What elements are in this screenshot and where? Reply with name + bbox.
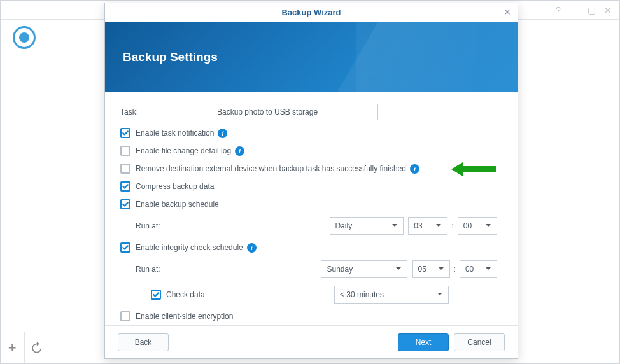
info-icon[interactable]: i bbox=[410, 164, 419, 174]
schedule-row: Enable backup schedule bbox=[120, 199, 497, 209]
bg-help-icon[interactable]: ? bbox=[552, 4, 565, 17]
hour-value: 03 bbox=[414, 221, 422, 230]
encrypt-checkbox[interactable] bbox=[120, 311, 130, 321]
info-icon[interactable]: i bbox=[218, 129, 227, 138]
bg-maximize-icon[interactable]: ▢ bbox=[585, 4, 598, 17]
schedule-runat-row: Run at: Daily 03 : 00 bbox=[120, 217, 497, 235]
checkdata-row: Check data < 30 minutes bbox=[120, 286, 497, 304]
dialog-body: Task: Enable task notification i Enable … bbox=[105, 92, 518, 325]
caret-down-icon bbox=[438, 265, 444, 274]
close-icon[interactable]: ✕ bbox=[501, 6, 514, 18]
filechange-row: Enable file change detail log i bbox=[120, 146, 497, 156]
hour-select[interactable]: 03 bbox=[408, 217, 447, 235]
caret-down-icon bbox=[485, 221, 491, 230]
frequency-select[interactable]: Daily bbox=[330, 217, 404, 235]
duration-select[interactable]: < 30 minutes bbox=[334, 286, 449, 304]
encrypt-row: Enable client-side encryption bbox=[120, 311, 497, 321]
frequency-value: Daily bbox=[335, 221, 353, 230]
caret-down-icon bbox=[437, 290, 443, 299]
bg-minimize-icon[interactable]: — bbox=[568, 4, 581, 17]
duration-value: < 30 minutes bbox=[340, 290, 384, 299]
integrity-checkbox[interactable] bbox=[120, 242, 130, 253]
backup-wizard-dialog: Backup Wizard ✕ Backup Settings Task: En… bbox=[104, 3, 518, 359]
add-icon[interactable]: + bbox=[1, 332, 24, 363]
compress-label: Compress backup data bbox=[136, 182, 214, 191]
back-button-label: Back bbox=[135, 338, 152, 347]
info-icon[interactable]: i bbox=[235, 146, 244, 156]
annotation-arrow-icon bbox=[451, 162, 496, 178]
bg-close-icon[interactable]: ✕ bbox=[602, 4, 614, 17]
dialog-title: Backup Wizard bbox=[281, 8, 341, 17]
next-button[interactable]: Next bbox=[398, 333, 449, 351]
cancel-button[interactable]: Cancel bbox=[454, 333, 505, 351]
sidebar-bottom: + bbox=[1, 332, 48, 363]
remove-ext-row: Remove destination external device when … bbox=[120, 164, 497, 174]
integrity-label: Enable integrity check schedule bbox=[136, 243, 243, 252]
runat-label-2: Run at: bbox=[136, 265, 212, 274]
minute-select[interactable]: 00 bbox=[458, 217, 497, 235]
day-select[interactable]: Sunday bbox=[321, 260, 407, 278]
notification-label: Enable task notification bbox=[136, 129, 214, 137]
remove-ext-label: Remove destination external device when … bbox=[136, 164, 406, 173]
notification-row: Enable task notification i bbox=[120, 128, 497, 138]
cancel-button-label: Cancel bbox=[467, 338, 491, 347]
filechange-label: Enable file change detail log bbox=[136, 146, 231, 155]
history-icon[interactable] bbox=[24, 332, 48, 363]
time-colon: : bbox=[454, 265, 456, 274]
dialog-header: Backup Settings bbox=[105, 22, 518, 92]
integrity-row: Enable integrity check schedule i bbox=[120, 242, 497, 253]
notification-checkbox[interactable] bbox=[120, 128, 130, 138]
compress-checkbox[interactable] bbox=[120, 181, 130, 192]
compress-row: Compress backup data bbox=[120, 181, 497, 192]
app-window: ? — ▢ ✕ + Backup Wizard ✕ Backup Setting… bbox=[0, 0, 620, 364]
caret-down-icon bbox=[485, 265, 491, 274]
header-title: Backup Settings bbox=[123, 50, 218, 64]
filechange-checkbox[interactable] bbox=[120, 146, 130, 156]
caret-down-icon bbox=[395, 265, 402, 274]
integ-minute-select[interactable]: 00 bbox=[460, 260, 497, 278]
back-button[interactable]: Back bbox=[118, 333, 169, 351]
integ-hour-select[interactable]: 05 bbox=[412, 260, 450, 278]
encrypt-label: Enable client-side encryption bbox=[136, 312, 233, 321]
info-icon[interactable]: i bbox=[247, 243, 257, 253]
checkdata-checkbox[interactable] bbox=[151, 290, 161, 300]
caret-down-icon bbox=[391, 221, 398, 230]
day-value: Sunday bbox=[327, 265, 353, 274]
checkdata-label: Check data bbox=[166, 290, 205, 299]
task-row: Task: bbox=[120, 104, 497, 120]
sidebar: + bbox=[1, 20, 48, 363]
integrity-runat-row: Run at: Sunday 05 : 00 bbox=[120, 260, 497, 278]
dialog-footer: Back Next Cancel bbox=[105, 325, 518, 358]
schedule-label: Enable backup schedule bbox=[136, 200, 219, 209]
integ-hour-value: 05 bbox=[418, 265, 426, 274]
app-logo-icon[interactable] bbox=[13, 26, 36, 49]
remove-ext-checkbox[interactable] bbox=[120, 164, 130, 174]
task-input[interactable] bbox=[213, 104, 378, 120]
integ-minute-value: 00 bbox=[465, 265, 474, 274]
schedule-checkbox[interactable] bbox=[120, 199, 130, 209]
task-label: Task: bbox=[120, 108, 213, 116]
dialog-titlebar: Backup Wizard ✕ bbox=[105, 3, 518, 22]
minute-value: 00 bbox=[463, 221, 472, 230]
time-colon: : bbox=[451, 221, 453, 230]
runat-label: Run at: bbox=[136, 221, 212, 230]
next-button-label: Next bbox=[416, 338, 432, 347]
caret-down-icon bbox=[435, 221, 442, 230]
